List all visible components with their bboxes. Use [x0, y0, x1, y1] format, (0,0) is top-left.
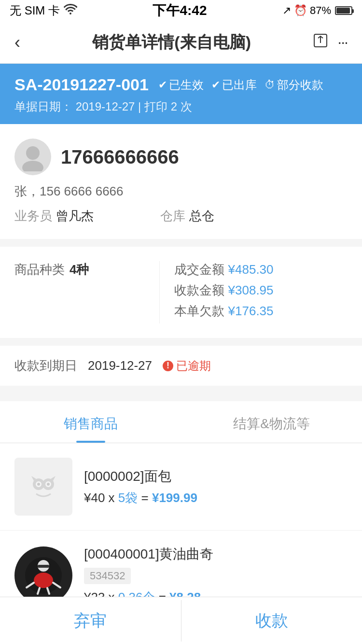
warehouse-value: 总仓 — [189, 208, 214, 224]
tabs-bar: 销售商品 结算&物流等 — [0, 401, 362, 443]
deal-value: ¥485.30 — [228, 262, 274, 277]
price-total-1: ¥199.99 — [152, 490, 197, 505]
print-info: | 打印 2 次 — [138, 100, 192, 113]
banner-row1: SA-20191227-001 ✔ 已生效 ✔ 已出库 ⏱ 部分收款 — [14, 75, 348, 94]
product-tag-2: 534532 — [84, 568, 131, 584]
sales-meta: 业务员 曾凡杰 — [14, 208, 94, 224]
bottom-bar: 弃审 收款 — [0, 597, 362, 644]
battery-percent: 87% — [310, 4, 331, 17]
badge-shipped: ✔ 已出库 — [211, 77, 257, 93]
stats-left: 商品种类 4种 — [14, 261, 160, 323]
confirm-button[interactable]: 收款 — [181, 600, 362, 642]
badge-partial: ⏱ 部分收款 — [265, 77, 323, 93]
product-type-row: 商品种类 4种 — [14, 261, 159, 278]
clock-icon: ⏱ — [265, 79, 275, 91]
tab-settlement[interactable]: 结算&物流等 — [181, 401, 362, 443]
product-list: [0000002]面包 ¥40 x 5袋 = ¥199.99 — [0, 443, 362, 621]
due-label: 收款到期日 — [14, 357, 77, 374]
product-name-1: [0000002]面包 — [84, 467, 348, 486]
badge-active: ✔ 已生效 — [158, 77, 204, 93]
location-icon: ↗ — [282, 4, 291, 17]
status-right: ↗ ⏰ 87% — [282, 4, 352, 17]
alarm-icon: ⏰ — [294, 4, 307, 17]
deal-row: 成交金额 ¥485.30 — [174, 261, 348, 278]
svg-rect-12 — [38, 565, 49, 568]
banner-badges: ✔ 已生效 ✔ 已出库 ⏱ 部分收款 — [158, 77, 323, 93]
price-eq-1: = — [141, 490, 152, 505]
customer-card: 17666666666 张，156 6666 6666 业务员 曾凡杰 仓库 总… — [0, 124, 362, 239]
product-price-1: ¥40 x 5袋 = ¥199.99 — [84, 490, 348, 506]
check-icon-2: ✔ — [211, 79, 220, 91]
cancel-button[interactable]: 弃审 — [0, 600, 181, 642]
product-image-2 — [14, 546, 72, 604]
order-date: 2019-12-27 — [76, 100, 135, 113]
sales-value: 曾凡杰 — [56, 208, 94, 224]
back-button[interactable]: ‹ — [14, 32, 30, 53]
nav-bar: ‹ 销货单详情(来自电脑) ··· — [0, 21, 362, 64]
stats-right: 成交金额 ¥485.30 收款金额 ¥308.95 本单欠款 ¥176.35 — [160, 261, 348, 323]
overdue-label: 已逾期 — [176, 358, 211, 374]
tab-products[interactable]: 销售商品 — [0, 401, 181, 443]
owed-value: ¥176.35 — [228, 304, 274, 319]
warehouse-label: 仓库 — [160, 208, 185, 224]
overdue-badge: ! 已逾期 — [163, 358, 211, 374]
product-info-1: [0000002]面包 ¥40 x 5袋 = ¥199.99 — [84, 467, 348, 506]
warehouse-meta: 仓库 总仓 — [160, 208, 214, 224]
divider — [0, 386, 362, 393]
received-label: 收款金额 — [174, 282, 224, 299]
check-icon-1: ✔ — [158, 79, 167, 91]
share-button[interactable] — [313, 33, 328, 52]
customer-meta: 业务员 曾凡杰 仓库 总仓 — [14, 208, 348, 224]
price-qty-1: 5袋 — [118, 490, 138, 505]
date-label: 单据日期： — [14, 100, 72, 113]
wifi-icon — [64, 4, 77, 17]
status-bar: 无 SIM 卡 下午4:42 ↗ ⏰ 87% — [0, 0, 362, 21]
price-base-1: ¥40 x — [84, 490, 118, 505]
svg-point-2 — [26, 146, 40, 160]
banner-date-row: 单据日期： 2019-12-27 | 打印 2 次 — [14, 99, 348, 114]
avatar — [14, 139, 51, 175]
owed-row: 本单欠款 ¥176.35 — [174, 303, 348, 320]
type-label: 商品种类 — [14, 261, 65, 278]
customer-top: 17666666666 — [14, 139, 348, 175]
deal-label: 成交金额 — [174, 261, 224, 278]
nav-actions: ··· — [313, 33, 348, 52]
due-date-value: 2019-12-27 — [88, 358, 152, 373]
svg-point-8 — [37, 483, 40, 486]
owed-label: 本单欠款 — [174, 303, 224, 320]
customer-sub: 张，156 6666 6666 — [14, 183, 348, 200]
more-button[interactable]: ··· — [337, 33, 348, 51]
status-left: 无 SIM 卡 — [10, 3, 77, 18]
overdue-icon: ! — [163, 361, 173, 371]
battery-icon — [335, 6, 352, 15]
svg-point-13 — [34, 573, 53, 588]
svg-point-3 — [22, 161, 43, 171]
svg-point-9 — [47, 483, 50, 486]
received-row: 收款金额 ¥308.95 — [174, 282, 348, 299]
order-id: SA-20191227-001 — [14, 75, 149, 94]
type-value: 4种 — [70, 261, 89, 278]
product-image-1 — [14, 458, 72, 516]
carrier-text: 无 SIM 卡 — [10, 3, 60, 18]
order-banner: SA-20191227-001 ✔ 已生效 ✔ 已出库 ⏱ 部分收款 单据日期：… — [0, 64, 362, 124]
stats-card: 商品种类 4种 成交金额 ¥485.30 收款金额 ¥308.95 本单欠款 ¥… — [0, 247, 362, 338]
table-row: [0000002]面包 ¥40 x 5袋 = ¥199.99 — [0, 443, 362, 531]
sales-label: 业务员 — [14, 208, 52, 224]
received-value: ¥308.95 — [228, 283, 274, 298]
status-time: 下午4:42 — [153, 1, 207, 20]
customer-name: 17666666666 — [61, 146, 179, 168]
due-date-card: 收款到期日 2019-12-27 ! 已逾期 — [0, 346, 362, 386]
page-title: 销货单详情(来自电脑) — [30, 31, 313, 54]
product-name-2: [000400001]黄油曲奇 — [84, 545, 348, 563]
